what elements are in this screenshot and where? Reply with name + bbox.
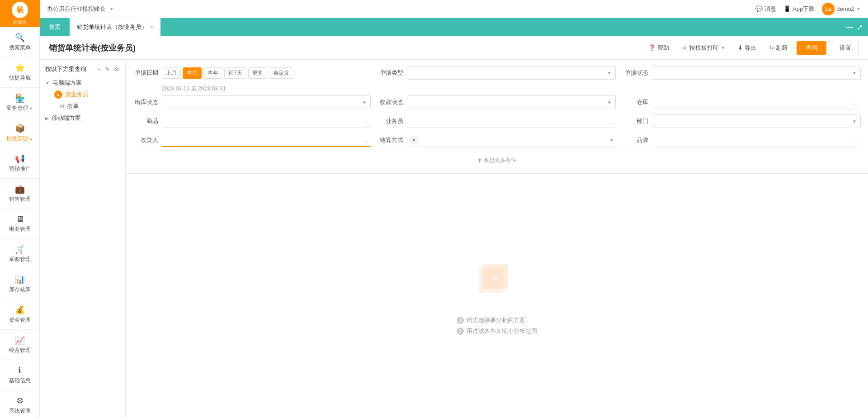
retail-arrow-icon: ▼	[29, 106, 33, 111]
settlement-value: ×	[412, 137, 415, 143]
print-btn[interactable]: 🖨 按模板打印 ▼	[678, 42, 729, 54]
sidebar-item-search[interactable]: 🔍 搜索菜单	[0, 27, 39, 57]
doc-type-arrow-icon: ▼	[607, 71, 612, 76]
product-label: 商品	[133, 117, 158, 125]
tree-group-desktop[interactable]: ▼ 电脑端方案	[40, 77, 125, 89]
warehouse-input-area[interactable]: …	[652, 95, 861, 109]
tab-home[interactable]: 首页	[40, 18, 70, 36]
doc-status-arrow-icon: ▼	[852, 71, 857, 76]
settlement-input-area[interactable]: × ▼	[407, 133, 616, 147]
help-btn[interactable]: ❓ 帮助	[645, 42, 673, 54]
app-download-btn[interactable]: 📱 App下载	[783, 5, 815, 13]
logo-label: 标报员	[13, 19, 27, 25]
sidebar-item-wholesale[interactable]: 📦 批发管理 ▲	[0, 118, 39, 148]
date-btn-custom[interactable]: 自定义	[269, 67, 293, 79]
right-content: 单据日期 上月 本月 本年 近7天 更多 自定义 单据类型	[126, 60, 868, 418]
content-area: 按以下方案查询 ＋ ✎ ≪ ▼ 电脑端方案 ● 按业务员 ⊞ 按单	[40, 60, 868, 418]
brand-label: 品牌	[623, 136, 648, 144]
add-scheme-icon[interactable]: ＋	[96, 65, 102, 73]
sidebar-item-label: 采购管理	[9, 256, 31, 263]
sidebar-item-operations[interactable]: 📈 经营管理	[0, 330, 39, 360]
logo-icon: 畅	[12, 2, 28, 18]
inventory-icon: 📊	[15, 275, 25, 285]
sidebar-item-ecommerce[interactable]: 🖥 电商管理	[0, 209, 39, 239]
settlement-dropdown-icon[interactable]: ▼	[609, 138, 614, 142]
warehouse-dots-icon[interactable]: …	[852, 98, 859, 106]
tree-group-label: 电脑端方案	[52, 79, 82, 87]
avatar: Ea	[822, 3, 835, 15]
export-btn[interactable]: ⬇ 导出	[734, 42, 760, 54]
sub-icon: ⊞	[60, 103, 64, 109]
sidebar-item-purchase[interactable]: 🛒 采购管理	[0, 239, 39, 269]
brand-input-area[interactable]: …	[652, 133, 861, 147]
tip-num-2: 2	[457, 328, 464, 335]
message-label: 消息	[764, 5, 776, 13]
product-group: 商品 …	[133, 114, 371, 128]
brand-dots-icon[interactable]: …	[852, 136, 859, 144]
tree-sub-bydoc[interactable]: ⊞ 按单	[40, 100, 125, 112]
sidebar-item-marketing[interactable]: 📢 营销推广	[0, 148, 39, 179]
settlement-group: 结算方式 × ▼	[378, 133, 616, 147]
staff-input-area[interactable]: …	[407, 114, 616, 128]
out-status-select[interactable]: ▼	[162, 95, 371, 109]
sidebar-item-label: 系统管理	[9, 407, 31, 415]
date-btn-7days[interactable]: 近7天	[224, 67, 246, 79]
tab-close-icon[interactable]: ×	[150, 24, 153, 30]
sidebar-item-finance[interactable]: 💰 资金管理	[0, 299, 39, 330]
product-dots-icon[interactable]: …	[362, 117, 369, 125]
tab-bar: 首页 销货单统计表（按业务员） × — ⤢	[40, 18, 868, 36]
message-btn[interactable]: 💬 消息	[755, 5, 776, 13]
company-dropdown-icon[interactable]: ▼	[109, 6, 114, 11]
export-label: 导出	[745, 44, 756, 52]
dept-select[interactable]: ▼	[652, 114, 861, 128]
receipt-status-select[interactable]: ▼	[407, 95, 616, 109]
staff-dots-icon[interactable]: …	[607, 117, 614, 125]
tree-group-mobile[interactable]: ▶ 移动端方案	[40, 112, 125, 124]
svg-point-4	[496, 277, 498, 279]
empty-tip-1: 1 请先选择要分析的方案	[457, 316, 537, 324]
retail-icon: 🏪	[15, 93, 25, 103]
edit-scheme-icon[interactable]: ✎	[105, 66, 110, 73]
sidebar-item-basicinfo[interactable]: ℹ 基础信息	[0, 360, 39, 390]
tree-mobile-expand-icon: ▶	[45, 116, 49, 121]
collapse-btn[interactable]: ⬆ 收起更多条件	[477, 154, 516, 167]
sidebar-item-inventory[interactable]: 📊 库存核算	[0, 269, 39, 299]
sidebar-item-retail[interactable]: 🏪 零售管理 ▼	[0, 88, 39, 118]
main-area: 办公用品行业模拟账套 ▼ 💬 消息 📱 App下载 Ea demo2 ▼ 首	[40, 0, 868, 418]
tab-active[interactable]: 销货单统计表（按业务员） ×	[70, 18, 160, 36]
user-menu[interactable]: Ea demo2 ▼	[822, 3, 861, 15]
settlement-label: 结算方式	[378, 136, 403, 144]
consignee-label: 收货人	[133, 136, 158, 144]
refresh-btn[interactable]: ↻ 刷新	[765, 42, 791, 54]
print-dropdown-icon[interactable]: ▼	[721, 45, 725, 50]
settlement-clear-tag[interactable]: ×	[409, 136, 419, 144]
tree-mobile-label: 移动端方案	[52, 114, 81, 122]
tree-expand-icon: ▼	[45, 81, 50, 86]
date-btn-thisyear[interactable]: 本年	[203, 67, 222, 79]
consignee-input-area[interactable]: …	[162, 133, 371, 147]
export-icon: ⬇	[738, 44, 743, 51]
doc-type-select[interactable]: ▼	[407, 66, 616, 80]
date-btn-thismonth[interactable]: 本月	[183, 67, 202, 79]
left-panel-icons: ＋ ✎ ≪	[96, 65, 120, 73]
query-button[interactable]: 查询	[797, 41, 826, 55]
date-btn-more[interactable]: 更多	[248, 67, 267, 79]
setting-button[interactable]: 设置	[832, 41, 859, 55]
date-btn-lastmonth[interactable]: 上月	[162, 67, 181, 79]
svg-point-2	[487, 271, 504, 288]
product-input-area[interactable]: …	[162, 114, 371, 128]
collapse-panel-icon[interactable]: ≪	[113, 66, 120, 73]
receipt-status-arrow-icon: ▼	[607, 100, 612, 105]
sidebar-item-label: 电商管理	[9, 225, 31, 233]
consignee-dots-icon[interactable]: …	[362, 136, 369, 144]
doc-status-select[interactable]: ▼	[652, 66, 861, 80]
help-icon: ❓	[648, 44, 656, 51]
tree-child-bystaff[interactable]: ● 按业务员	[40, 89, 125, 100]
sidebar-item-quicknav[interactable]: ⭐ 快捷导航	[0, 57, 39, 88]
tab-maximize-icon[interactable]: ⤢	[857, 23, 863, 32]
ecommerce-icon: 🖥	[16, 214, 24, 224]
staff-label: 业务员	[378, 117, 403, 125]
sidebar-item-sales[interactable]: 💼 销售管理	[0, 179, 39, 209]
sidebar-item-system[interactable]: ⚙ 系统管理	[0, 390, 39, 418]
tab-minimize-icon[interactable]: —	[846, 23, 853, 31]
